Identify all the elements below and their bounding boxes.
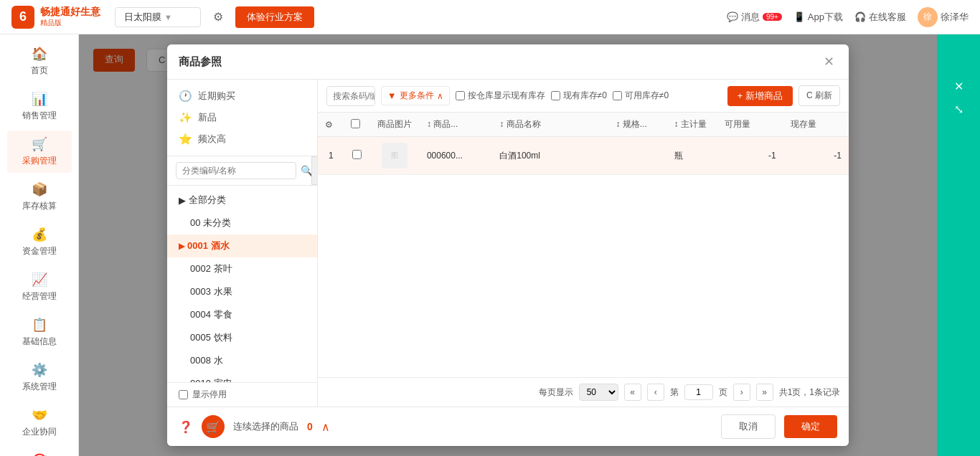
sidebar-item-basic-info[interactable]: 📋 基础信息 (7, 311, 72, 353)
row-img: 图 (370, 137, 420, 175)
table-col-img: 商品图片 (370, 113, 420, 137)
sidebar-item-finance[interactable]: 💰 资金管理 (7, 221, 72, 263)
category-search-input[interactable] (176, 162, 296, 179)
table-col-spec[interactable]: ↕ 规格... (608, 113, 666, 137)
modal-overlay: 商品参照 ✕ 🕐 近期购买 ✨ (79, 34, 937, 456)
category-item-0002[interactable]: 0002 茶叶 (167, 257, 317, 280)
product-search-input[interactable] (327, 87, 375, 105)
category-item-0005[interactable]: 0005 饮料 (167, 326, 317, 349)
category-label: 0005 饮料 (190, 331, 232, 344)
category-item-0008[interactable]: 0008 水 (167, 349, 317, 372)
sidebar-label-purchase: 采购管理 (22, 155, 57, 167)
trial-button[interactable]: 体验行业方案 (235, 6, 314, 28)
sidebar-item-guide[interactable]: 🎯 新手引导 (7, 447, 72, 456)
category-item-0010[interactable]: 0010 家电 (167, 372, 317, 382)
sidebar-item-system[interactable]: ⚙️ 系统管理 (7, 356, 72, 399)
sidebar-item-operations[interactable]: 📈 经营管理 (7, 266, 72, 308)
row-check[interactable] (344, 137, 369, 175)
category-label: 0004 零食 (190, 308, 232, 321)
nav-support[interactable]: 🎧 在线客服 (854, 11, 906, 24)
category-search-area: 🔍 《 (167, 156, 317, 186)
right-panel-close-button[interactable]: ✕ (950, 77, 967, 95)
basic-info-icon: 📋 (32, 317, 47, 333)
cart-collapse-icon[interactable]: ∧ (321, 420, 330, 434)
show-disabled-area[interactable]: 显示停用 (167, 382, 317, 407)
avatar: 徐 (918, 7, 938, 27)
table-row[interactable]: 1 图 000600... 白酒100ml (318, 137, 849, 175)
category-item-0004[interactable]: 0004 零食 (167, 303, 317, 326)
dialog-close-button[interactable]: ✕ (820, 53, 837, 70)
help-icon[interactable]: ❓ (179, 420, 193, 434)
category-item-0001[interactable]: ▶ 0001 酒水 (167, 234, 317, 257)
product-search-box: 🔍 (326, 86, 375, 106)
app-label: App下载 (808, 11, 843, 24)
category-label: 全部分类 (189, 194, 226, 206)
next-page-button[interactable]: › (733, 384, 750, 401)
recent-purchase-label: 近期购买 (198, 90, 235, 103)
product-panel: 🔍 ▼ 更多条件 ∧ 按仓库显示现有库存 (318, 80, 849, 407)
category-item-00[interactable]: 00 未分类 (167, 212, 317, 234)
category-item-all[interactable]: ▶ 全部分类 (167, 189, 317, 212)
table-col-gear[interactable]: ⚙ (318, 113, 344, 137)
confirm-button[interactable]: 确定 (784, 415, 837, 438)
table-col-name[interactable]: ↕ 商品名称 (492, 113, 608, 137)
stock-filter[interactable]: 现有库存≠0 (551, 90, 607, 102)
warehouse-checkbox[interactable] (456, 91, 465, 100)
sidebar-item-inventory[interactable]: 📦 库存核算 (7, 176, 72, 218)
nav-message[interactable]: 💬 消息 99+ (727, 11, 782, 24)
username: 徐泽华 (941, 11, 969, 24)
col-code-label: ↕ 商品... (427, 119, 458, 129)
warehouse-filter-label: 按仓库显示现有库存 (468, 90, 545, 102)
usable-filter[interactable]: 可用库存≠0 (613, 90, 669, 102)
sidebar-label-sales: 销售管理 (22, 110, 57, 122)
show-disabled-checkbox[interactable] (179, 390, 188, 399)
row-name: 白酒100ml (492, 137, 608, 175)
frequent-tab[interactable]: ⭐ 频次高 (167, 128, 317, 150)
nav-selector[interactable]: 日太阳膜 ▼ (115, 7, 201, 27)
usable-checkbox[interactable] (613, 91, 622, 100)
add-product-button[interactable]: + 新增商品 (727, 86, 793, 106)
first-page-button[interactable]: « (624, 384, 641, 401)
nav-user[interactable]: 徐 徐泽华 (918, 7, 969, 27)
sidebar-item-home[interactable]: 🏠 首页 (7, 40, 72, 82)
recent-purchase-tab[interactable]: 🕐 近期购买 (167, 85, 317, 107)
cancel-button[interactable]: 取消 (721, 414, 776, 439)
sidebar-item-collab[interactable]: 🤝 企业协同 (7, 402, 72, 444)
settings-icon[interactable]: ⚙ (207, 6, 230, 29)
page-number-input[interactable] (684, 384, 713, 400)
table-col-code[interactable]: ↕ 商品... (420, 113, 492, 137)
row-spec (608, 137, 666, 175)
dialog-title: 商品参照 (179, 55, 222, 69)
collapse-panel-button[interactable]: 《 (311, 156, 318, 185)
nav-app-download[interactable]: 📱 App下载 (793, 11, 843, 24)
select-all-checkbox[interactable] (351, 119, 360, 128)
filter-more-button[interactable]: ▼ 更多条件 ∧ (381, 86, 450, 105)
phone-icon: 📱 (793, 11, 805, 22)
category-label: 0002 茶叶 (190, 262, 232, 275)
col-avail-label: 可用量 (725, 119, 750, 129)
row-checkbox[interactable] (352, 150, 362, 159)
table-col-unit[interactable]: ↕ 主计量 (667, 113, 718, 137)
stock-checkbox[interactable] (551, 91, 560, 100)
warehouse-filter[interactable]: 按仓库显示现有库存 (456, 90, 545, 102)
sidebar-item-purchase[interactable]: 🛒 采购管理 (7, 130, 72, 173)
prev-page-button[interactable]: ‹ (647, 384, 664, 401)
last-page-button[interactable]: » (756, 384, 773, 401)
sidebar-label-home: 首页 (31, 65, 48, 77)
operations-icon: 📈 (32, 272, 47, 288)
sidebar-label-operations: 经营管理 (22, 290, 57, 303)
brand-text: 畅捷通好生意 精品版 (40, 6, 100, 28)
right-panel-expand-button[interactable]: ⤡ (950, 100, 967, 118)
sidebar-item-sales[interactable]: 📊 销售管理 (7, 85, 72, 128)
category-label: 0003 水果 (190, 285, 232, 298)
new-product-tab[interactable]: ✨ 新品 (167, 107, 317, 128)
sidebar-label-basic-info: 基础信息 (22, 336, 57, 348)
chevron-up-icon: ∧ (437, 91, 443, 101)
category-label: 0001 酒水 (187, 239, 230, 252)
new-product-label: 新品 (198, 111, 217, 124)
category-item-0003[interactable]: 0003 水果 (167, 280, 317, 303)
refresh-button[interactable]: C 刷新 (798, 85, 840, 106)
right-panel: ✕ ⤡ (937, 34, 980, 456)
per-page-select[interactable]: 50 10 20 100 (579, 384, 618, 401)
cart-button[interactable]: 🛒 (202, 415, 225, 438)
